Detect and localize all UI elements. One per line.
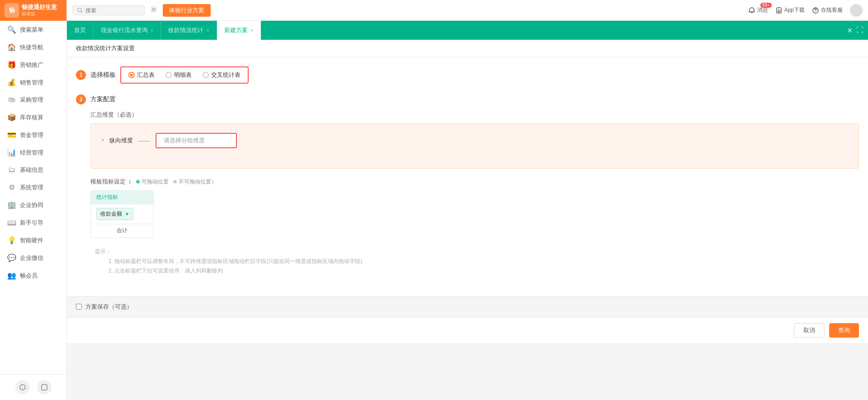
stat-label: 统计指标 [96, 194, 118, 200]
form-body: 1 选择模板 汇总表 明细表 交叉统计表 [67, 57, 868, 296]
settings-icon: ⚙ [7, 183, 16, 192]
dimension-area: * 纵向维度 —— 请选择分组维度 [90, 123, 859, 169]
download-btn[interactable]: App下载 [775, 6, 805, 14]
sidebar-item-marketing[interactable]: 🎁 营销推广 [0, 56, 66, 74]
money-icon: 💰 [7, 78, 16, 87]
sidebar-footer-icon1[interactable]: i [15, 380, 30, 395]
search-menu-icon: 🔍 [7, 25, 16, 34]
sidebar-item-wechat[interactable]: 💬 企业微信 [0, 249, 66, 267]
svg-text:i: i [22, 386, 23, 390]
metric-dropdown-arrow: ▼ [125, 212, 129, 216]
metric-tag-payment[interactable]: 收款金额 ▼ [96, 208, 133, 220]
notification-badge: 99+ [760, 3, 772, 8]
radio-detail[interactable]: 明细表 [165, 71, 192, 79]
radio-cross[interactable]: 交叉统计表 [203, 71, 241, 79]
sidebar-item-label: 企业微信 [20, 254, 43, 262]
tab-new-plan-close[interactable]: × [250, 28, 253, 33]
app-name: 畅捷通好生意 [22, 4, 57, 11]
app-edition: 标准版 [22, 11, 57, 17]
tab-bank-close[interactable]: × [151, 28, 153, 33]
industry-btn[interactable]: 体验行业方案 [163, 4, 211, 17]
svg-point-3 [78, 8, 81, 12]
building-icon: 🏢 [7, 201, 16, 209]
download-label: App下载 [784, 6, 805, 14]
book-icon: 📖 [7, 218, 16, 227]
dimension-label: 纵向维度 [109, 136, 133, 145]
query-button[interactable]: 查询 [829, 323, 859, 338]
radio-summary[interactable]: 汇总表 [128, 71, 155, 79]
dimension-placeholder: 请选择分组维度 [164, 137, 205, 144]
save-section: 方案保存（可选） [67, 296, 868, 317]
search-input[interactable] [85, 7, 140, 14]
bulb-icon: 💡 [7, 236, 16, 245]
sidebar-item-hardware[interactable]: 💡 智能硬件 [0, 231, 66, 249]
metrics-header: 模板指标设定（ 可拖动位置 不可拖动位置） [90, 178, 859, 186]
dimension-input[interactable]: 请选择分组维度 [156, 133, 237, 148]
tabs-bar: 首页 现金银行流水查询 × 收款情况统计 × 新建方案 × ✕ ⛶ [67, 21, 868, 40]
notification-btn[interactable]: 消息 99+ [748, 6, 768, 14]
sidebar-item-system[interactable]: ⚙ 系统管理 [0, 179, 66, 196]
tab-home[interactable]: 首页 [67, 21, 94, 40]
sidebar-item-sales[interactable]: 💰 销售管理 [0, 74, 66, 91]
sidebar-item-finance[interactable]: 💳 资金管理 [0, 126, 66, 144]
sidebar-item-search[interactable]: 🔍 搜索菜单 [0, 21, 66, 38]
sidebar-item-operations[interactable]: 📊 经营管理 [0, 144, 66, 161]
topbar: 体验行业方案 消息 99+ App下载 在线客服 [67, 0, 868, 21]
sidebar-item-base[interactable]: 🗂 基础信息 [0, 161, 66, 179]
step1-number: 1 [76, 70, 86, 80]
sidebar-item-quick-nav[interactable]: 🏠 快捷导航 [0, 38, 66, 56]
svg-point-5 [153, 8, 155, 10]
step2-section: 2 方案配置 汇总维度（必选） * 纵向维度 —— 请选择分组维度 [76, 94, 859, 276]
sidebar-item-label: 畅会员 [20, 272, 38, 280]
sidebar-logo: 畅 畅捷通好生意 标准版 [0, 0, 66, 21]
footer-bar: 取消 查询 [67, 317, 868, 343]
sidebar-item-label: 营销推广 [20, 61, 43, 69]
avatar[interactable] [850, 4, 863, 17]
metrics-table: 统计指标 收款金额 ▼ 合计 [90, 190, 154, 238]
sidebar-item-member[interactable]: 👥 畅会员 [0, 267, 66, 284]
step2-title: 方案配置 [90, 95, 116, 104]
tab-bank[interactable]: 现金银行流水查询 × [94, 21, 161, 40]
metrics-tag-container: 收款金额 ▼ [91, 204, 153, 224]
step1-header: 1 选择模板 汇总表 明细表 交叉统计表 [76, 66, 859, 84]
sidebar: 畅 畅捷通好生意 标准版 🔍 搜索菜单 🏠 快捷导航 🎁 营销推广 💰 销售管理… [0, 0, 67, 400]
save-checkbox[interactable] [76, 304, 82, 310]
metric-total: 合计 [91, 224, 153, 237]
sidebar-item-inventory[interactable]: 📦 库存核算 [0, 108, 66, 126]
sidebar-item-guide[interactable]: 📖 新手引导 [0, 214, 66, 231]
tab-collection-close[interactable]: × [206, 28, 209, 33]
step2-number: 2 [76, 94, 86, 104]
non-draggable-indicator: 不可拖动位置） [173, 178, 217, 186]
sidebar-item-label: 销售管理 [20, 79, 43, 87]
support-icon [812, 7, 819, 14]
gear-button[interactable] [148, 4, 159, 17]
chat-icon: 💬 [7, 254, 16, 262]
tip-item-2: 2. 点击标题栏下拉可设置排序、插入列和删除列 [90, 266, 859, 276]
tab-collection-stat[interactable]: 收款情况统计 × [161, 21, 217, 40]
tab-expand-icon[interactable]: ⛶ [856, 26, 863, 34]
sidebar-item-label: 智能硬件 [20, 236, 43, 245]
save-label: 方案保存（可选） [85, 303, 132, 311]
search-box[interactable] [72, 5, 145, 15]
folder-icon: 🗂 [7, 166, 16, 174]
draggable-indicator: 可拖动位置 [136, 178, 169, 186]
sidebar-item-corp[interactable]: 🏢 企业协同 [0, 196, 66, 214]
tips-section: 提示： 1. 拖动标题栏可以调整布局，不可跨维度或指标区域拖动栏目字段(只能在同… [90, 247, 859, 276]
template-radio-group: 汇总表 明细表 交叉统计表 [120, 66, 249, 84]
support-btn[interactable]: 在线客服 [812, 6, 843, 14]
gift-icon: 🎁 [7, 61, 16, 69]
download-icon [775, 7, 783, 14]
page-header: 收款情况统计方案设置 [67, 40, 868, 57]
sidebar-item-label: 经营管理 [20, 149, 43, 157]
sidebar-footer: i [0, 374, 66, 400]
tab-new-plan[interactable]: 新建方案 × [217, 21, 261, 40]
non-draggable-label: 不可拖动位置） [179, 178, 217, 186]
radio-cross-circle [203, 72, 209, 78]
radio-detail-circle [165, 72, 172, 78]
drag-dot-green [136, 180, 140, 184]
sidebar-item-purchase[interactable]: 🛍 采购管理 [0, 91, 66, 108]
svg-point-9 [816, 12, 816, 12]
cancel-button[interactable]: 取消 [794, 323, 825, 338]
sidebar-footer-icon2[interactable] [37, 380, 52, 395]
tab-close-all-icon[interactable]: ✕ [847, 26, 853, 35]
